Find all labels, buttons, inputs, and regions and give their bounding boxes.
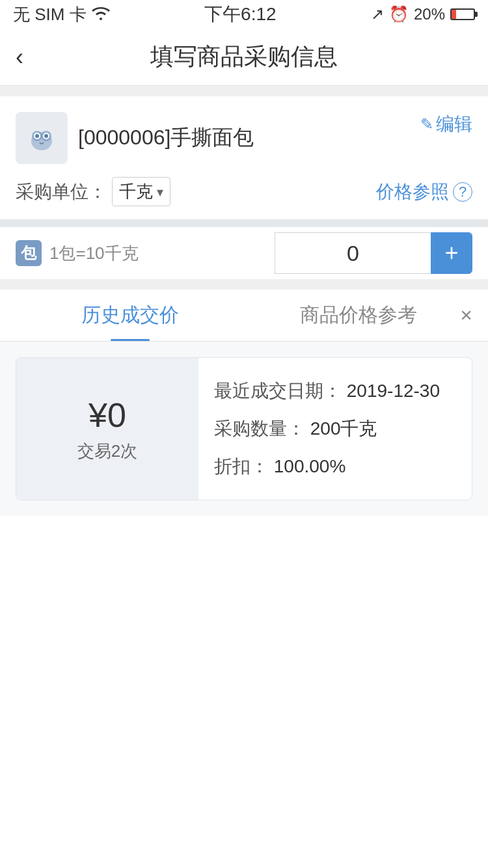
svg-point-5 (35, 134, 39, 138)
tab-history-price-label: 历史成交价 (81, 302, 179, 329)
price-detail-panel: 最近成交日期： 2019-12-30 采购数量： 200千克 折扣： 100.0… (198, 358, 472, 500)
recent-date-label: 最近成交日期： (214, 381, 342, 401)
recent-date-row: 最近成交日期： 2019-12-30 (214, 377, 456, 405)
back-button[interactable]: ‹ (16, 44, 23, 71)
discount-row: 折扣： 100.00% (214, 453, 456, 480)
purchase-qty-row: 采购数量： 200千克 (214, 415, 456, 442)
price-amount: ¥0 (88, 396, 126, 435)
battery-icon (450, 8, 475, 20)
quantity-row: 包 1包=10千克 0 + (0, 227, 488, 279)
status-left: 无 SIM 卡 (13, 3, 110, 26)
no-sim-label: 无 SIM 卡 (13, 3, 87, 26)
unit-row: 采购单位： 千克 ▾ (16, 177, 170, 206)
tab-active-indicator (111, 339, 150, 341)
quantity-input[interactable]: 0 (275, 232, 431, 274)
status-right: ↗ ⏰ 20% (371, 5, 475, 23)
nav-bar: ‹ 填写商品采购信息 (0, 29, 488, 86)
quantity-increment-button[interactable]: + (431, 232, 472, 274)
history-price-section: ¥0 交易2次 最近成交日期： 2019-12-30 采购数量： 200千克 折… (0, 342, 488, 516)
price-summary-panel: ¥0 交易2次 (16, 358, 198, 500)
price-card: ¥0 交易2次 最近成交日期： 2019-12-30 采购数量： 200千克 折… (16, 357, 472, 500)
info-icon: ? (453, 182, 472, 202)
purchase-qty-label: 采购数量： (214, 418, 305, 439)
edit-label: 编辑 (436, 112, 472, 137)
trade-count: 交易2次 (77, 440, 137, 463)
product-footer: 采购单位： 千克 ▾ 价格参照 ? (16, 177, 472, 206)
page-title: 填写商品采购信息 (150, 41, 338, 73)
product-header: [0000006]手撕面包 ✎ 编辑 (16, 112, 472, 164)
product-card: [0000006]手撕面包 ✎ 编辑 采购单位： 千克 ▾ 价格参照 ? (0, 96, 488, 219)
battery-percent: 20% (414, 5, 445, 23)
tab-product-price-ref-label: 商品价格参考 (300, 302, 417, 329)
section-divider (0, 219, 488, 227)
unit-value: 千克 (119, 180, 153, 203)
price-ref-label: 价格参照 (376, 180, 449, 204)
package-icon: 包 (16, 240, 42, 266)
tab-history-price[interactable]: 历史成交价 (16, 290, 244, 341)
price-reference-button[interactable]: 价格参照 ? (376, 180, 472, 204)
edit-button[interactable]: ✎ 编辑 (420, 112, 472, 137)
alarm-icon: ⏰ (389, 5, 409, 23)
svg-point-6 (44, 134, 48, 138)
tab-product-price-ref[interactable]: 商品价格参考 (244, 290, 472, 341)
product-name: [0000006]手撕面包 (78, 124, 254, 152)
close-button[interactable]: × (460, 303, 472, 327)
discount-label: 折扣： (214, 456, 269, 476)
recent-date-value: 2019-12-30 (347, 381, 440, 401)
status-bar: 无 SIM 卡 下午6:12 ↗ ⏰ 20% (0, 0, 488, 29)
chevron-down-icon: ▾ (157, 184, 163, 200)
bottom-area (0, 516, 488, 868)
quantity-label: 包 1包=10千克 (16, 240, 139, 266)
location-icon: ↗ (371, 5, 384, 23)
conversion-text: 1包=10千克 (49, 242, 139, 265)
wifi-icon (92, 5, 110, 25)
unit-label: 采购单位： (16, 180, 107, 204)
product-thumbnail (16, 112, 68, 164)
quantity-controls: 0 + (275, 232, 472, 274)
discount-value: 100.00% (274, 456, 346, 476)
product-left: [0000006]手撕面包 (16, 112, 254, 164)
edit-icon: ✎ (420, 115, 433, 133)
unit-select[interactable]: 千克 ▾ (112, 177, 170, 206)
status-time: 下午6:12 (204, 2, 277, 27)
purchase-qty-value: 200千克 (310, 418, 377, 439)
tab-bar: 历史成交价 商品价格参考 × (0, 290, 488, 342)
